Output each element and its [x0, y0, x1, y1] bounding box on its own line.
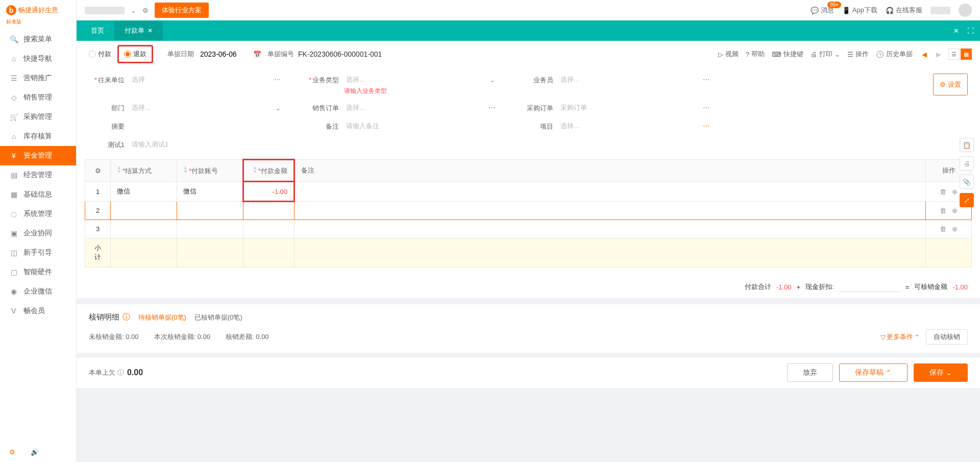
more-dots-icon[interactable]: ⋯	[488, 104, 495, 111]
cell-account[interactable]	[177, 220, 243, 238]
prev-doc-arrow[interactable]: ◀	[920, 51, 929, 58]
cell-remark[interactable]	[295, 202, 926, 220]
sidebar-item[interactable]: ¥资金管理	[0, 146, 76, 165]
remark-input[interactable]	[344, 120, 497, 132]
delete-row-icon[interactable]: 🗑	[940, 207, 946, 214]
view-form-button[interactable]: ▦	[961, 48, 972, 60]
th-remark[interactable]: 备注	[295, 160, 926, 182]
doc-date-input[interactable]	[198, 48, 249, 60]
save-draft-button[interactable]: 保存草稿 ⌃	[839, 363, 908, 382]
sound-icon[interactable]: 🔊	[31, 448, 39, 456]
video-link[interactable]: ▷视频	[718, 50, 739, 59]
add-row-icon[interactable]: ⊕	[952, 225, 958, 233]
more-conditions-link[interactable]: ▽ 更多条件 ⌃	[880, 332, 920, 342]
discard-button[interactable]: 放弃	[787, 363, 833, 382]
sidebar-item[interactable]: ▦基础信息	[0, 185, 76, 204]
history-link[interactable]: 🕓历史单据	[876, 50, 913, 59]
print-link[interactable]: 🖨打印⌄	[811, 50, 840, 59]
cell-method[interactable]	[111, 220, 177, 238]
sidebar-item[interactable]: ◫新手引导	[0, 243, 76, 262]
float-tool-expand[interactable]: ⤢	[960, 193, 974, 207]
more-dots-icon[interactable]: ⋯	[703, 76, 709, 83]
more-dots-icon[interactable]: ⋯	[703, 104, 709, 111]
unit-select[interactable]	[130, 74, 283, 86]
cell-amount[interactable]	[243, 220, 295, 238]
radio-payment[interactable]: 付款	[85, 47, 115, 61]
sidebar-item[interactable]: ⌂库存核算	[0, 127, 76, 146]
tab-close-all-icon[interactable]: ✕	[951, 25, 961, 37]
add-row-icon[interactable]: ⊕	[952, 207, 958, 214]
delete-row-icon[interactable]: 🗑	[940, 188, 946, 196]
help-link[interactable]: ?帮助	[746, 50, 765, 59]
sidebar-item[interactable]: ▤经营管理	[0, 165, 76, 185]
sidebar-item[interactable]: ◌系统管理	[0, 204, 76, 224]
tab-close-icon[interactable]: ✕	[148, 27, 153, 34]
support-link[interactable]: 🎧 在线客服	[886, 6, 922, 15]
settings-icon[interactable]: ⚙	[142, 7, 149, 14]
more-dots-icon[interactable]: ⋯	[703, 122, 709, 130]
table-row[interactable]: 3 🗑 ⊕	[85, 220, 972, 238]
sidebar-item[interactable]: 🛒采购管理	[0, 107, 76, 127]
settings-gear-icon[interactable]: ⚙	[9, 448, 15, 456]
table-row[interactable]: 1 微信 微信 -1.00 🗑 ⊕	[85, 182, 972, 202]
cell-remark[interactable]	[295, 220, 926, 238]
discount-input[interactable]	[839, 282, 900, 292]
verify-tab-pending[interactable]: 待核销单据(0笔)	[138, 313, 186, 322]
sidebar-item[interactable]: ⌂快捷导航	[0, 49, 76, 68]
try-industry-button[interactable]: 体验行业方案	[155, 3, 209, 18]
tab[interactable]: 首页	[81, 21, 114, 40]
cell-amount[interactable]	[243, 202, 295, 220]
next-doc-arrow[interactable]: ▶	[936, 51, 941, 58]
cell-account[interactable]	[177, 202, 243, 220]
messages-link[interactable]: 💬 消息 99+	[811, 6, 834, 15]
save-button[interactable]: 保存 ⌄	[914, 363, 968, 382]
sidebar-item[interactable]: V畅会员	[0, 301, 76, 321]
nav-icon: ¥	[9, 151, 18, 160]
th-method[interactable]: ▲▼结算方式	[111, 160, 177, 182]
avatar[interactable]	[959, 4, 972, 17]
biz-type-select[interactable]	[344, 74, 497, 86]
sidebar-item[interactable]: ◉企业微信	[0, 282, 76, 301]
more-dots-icon[interactable]: ⋯	[274, 76, 281, 83]
shortcut-link[interactable]: ⌨快捷键	[772, 50, 803, 59]
tab[interactable]: 付款单✕	[114, 21, 163, 40]
sidebar-item[interactable]: ▢智能硬件	[0, 262, 76, 282]
sidebar-item[interactable]: ▣企业协同	[0, 224, 76, 243]
cell-method[interactable]	[111, 202, 177, 220]
sidebar-item[interactable]: 🔍搜索菜单	[0, 30, 76, 49]
info-icon[interactable]: ⓘ	[117, 368, 124, 377]
cell-method[interactable]: 微信	[111, 182, 177, 202]
radio-refund[interactable]: 退款	[120, 47, 151, 61]
dept-select[interactable]	[130, 102, 283, 114]
sale-order-select[interactable]	[344, 102, 497, 114]
cell-remark[interactable]	[295, 182, 926, 202]
add-row-icon[interactable]: ⊕	[952, 188, 958, 196]
cell-account[interactable]: 微信	[177, 182, 243, 202]
delete-row-icon[interactable]: 🗑	[940, 225, 946, 233]
th-account[interactable]: ▲▼付款账号	[177, 160, 243, 182]
sidebar-item[interactable]: ☰营销推广	[0, 68, 76, 88]
th-amount[interactable]: ▲▼付款金额	[243, 160, 295, 182]
auto-verify-button[interactable]: 自动核销	[926, 329, 968, 345]
table-row[interactable]: 2 🗑 ⊕	[85, 202, 972, 220]
view-list-button[interactable]: ☰	[948, 48, 960, 60]
float-tool-print[interactable]: 🖨	[960, 156, 974, 171]
sidebar-item[interactable]: ◇销售管理	[0, 88, 76, 107]
operate-link[interactable]: ☰操作	[847, 50, 869, 59]
float-tool-attach[interactable]: 📎	[960, 175, 974, 189]
form-settings-button[interactable]: ⚙ 设置	[933, 74, 968, 95]
float-tool-note[interactable]: 📋	[960, 138, 974, 152]
clerk-select[interactable]	[558, 74, 712, 86]
purchase-order-select[interactable]	[558, 102, 712, 114]
chevron-down-icon[interactable]: ⌄	[131, 7, 136, 14]
cell-amount[interactable]: -1.00	[243, 182, 295, 202]
project-select[interactable]	[558, 120, 712, 132]
tab-fullscreen-icon[interactable]: ⛶	[965, 25, 976, 37]
th-gear[interactable]: ⚙	[85, 160, 111, 182]
app-download-link[interactable]: 📱 App下载	[842, 6, 877, 15]
calendar-icon[interactable]: 📅	[253, 51, 261, 58]
verify-tab-done[interactable]: 已核销单据(0笔)	[194, 313, 242, 322]
info-icon[interactable]: ⓘ	[122, 312, 130, 322]
summary-input[interactable]	[130, 120, 283, 132]
test1-input[interactable]	[130, 138, 283, 151]
